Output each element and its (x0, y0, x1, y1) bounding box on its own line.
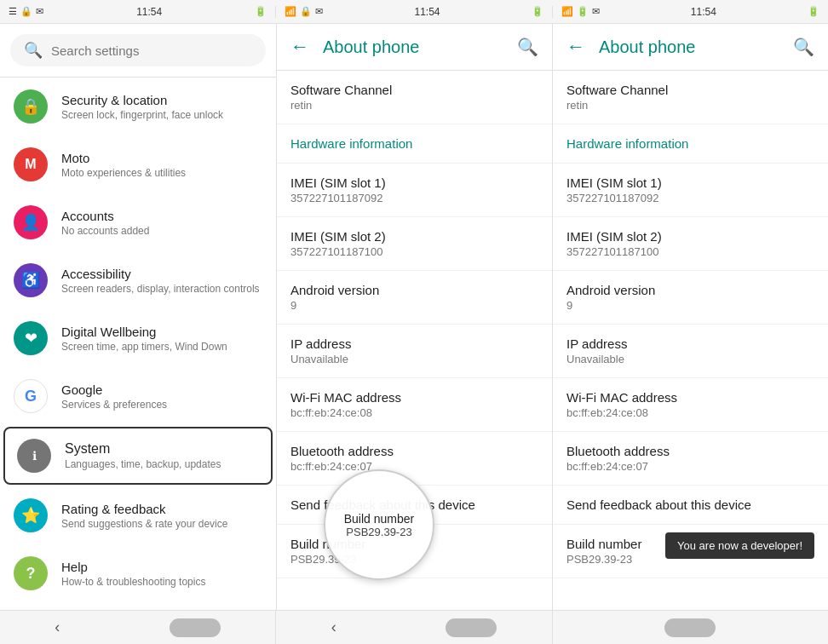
right-imei2[interactable]: IMEI (SIM slot 2) 357227101187100 (553, 217, 828, 271)
right-feedback[interactable]: Send feedback about this device (553, 486, 828, 525)
help-text: Help How-to & troubleshooting topics (61, 560, 262, 588)
signal-icon-right: 📶 (561, 6, 573, 17)
right-android-value: 9 (566, 299, 814, 312)
accounts-title: Accounts (61, 209, 262, 223)
search-icon: 🔍 (24, 41, 43, 60)
info-ip[interactable]: IP address Unavailable (277, 325, 552, 378)
info-wifi-mac[interactable]: Wi-Fi MAC address bc:ff:eb:24:ce:08 (277, 378, 552, 432)
right-bt[interactable]: Bluetooth address bc:ff:eb:24:ce:07 (553, 432, 828, 486)
imei1-value: 357227101187092 (290, 192, 538, 204)
settings-item-accessibility[interactable]: ♿ Accessibility Screen readers, display,… (0, 251, 276, 309)
security-subtitle: Screen lock, fingerprint, face unlock (61, 109, 262, 121)
android-label: Android version (290, 283, 538, 297)
right-panel-content: Software Channel retin Hardware informat… (553, 71, 828, 610)
info-bt[interactable]: Bluetooth address bc:ff:eb:24:ce:07 (277, 432, 552, 486)
rating-icon: ⭐ (14, 498, 48, 532)
build-number-circle[interactable]: Build number PSB29.39-23 (324, 469, 434, 580)
search-input-wrap[interactable]: 🔍 (10, 34, 266, 66)
middle-search-button[interactable]: 🔍 (517, 37, 538, 57)
imei2-label: IMEI (SIM slot 2) (290, 229, 538, 244)
lock-icon-mid: 🔒 (300, 6, 312, 17)
nav-home-left[interactable] (170, 618, 221, 637)
security-text: Security & location Screen lock, fingerp… (61, 93, 262, 121)
nav-home-middle[interactable] (446, 618, 497, 637)
right-imei1-value: 357227101187092 (566, 192, 814, 204)
nav-bar: ‹ ‹ (0, 610, 828, 644)
battery-status-icon: 🔋 (577, 6, 589, 17)
middle-panel-header: ← About phone 🔍 (277, 24, 552, 71)
accounts-subtitle: No accounts added (61, 225, 262, 237)
wellbeing-text: Digital Wellbeing Screen time, app timer… (61, 325, 262, 353)
right-imei1-label: IMEI (SIM slot 1) (566, 175, 814, 190)
nav-section-right (553, 611, 828, 644)
right-wifi-mac-value: bc:ff:eb:24:ce:08 (566, 406, 814, 419)
right-sw-channel-value: retin (566, 99, 814, 112)
right-ip[interactable]: IP address Unavailable (553, 325, 828, 378)
status-time-right: 11:54 (691, 6, 716, 18)
right-search-button[interactable]: 🔍 (793, 37, 814, 57)
ip-value: Unavailable (290, 353, 538, 365)
settings-item-accounts[interactable]: 👤 Accounts No accounts added (0, 193, 276, 251)
settings-item-wellbeing[interactable]: ❤ Digital Wellbeing Screen time, app tim… (0, 309, 276, 367)
status-bar-right: 📶 🔋 ✉ 11:54 🔋 (553, 6, 828, 18)
system-title: System (65, 441, 259, 457)
accessibility-text: Accessibility Screen readers, display, i… (61, 267, 262, 295)
right-panel: ← About phone 🔍 Software Channel retin H… (553, 24, 828, 610)
message-icon: ✉ (36, 6, 43, 17)
status-time-left: 11:54 (136, 6, 162, 18)
moto-icon: M (14, 147, 48, 181)
info-sw-channel[interactable]: Software Channel retin (277, 71, 552, 124)
right-wifi-mac[interactable]: Wi-Fi MAC address bc:ff:eb:24:ce:08 (553, 378, 828, 432)
left-panel: 🔍 🔒 Security & location Screen lock, fin… (0, 24, 277, 610)
signal-icon-mid: 📶 (285, 6, 296, 17)
settings-item-rating[interactable]: ⭐ Rating & feedback Send suggestions & r… (0, 486, 276, 544)
battery-icon-right: 🔋 (808, 6, 819, 17)
right-android[interactable]: Android version 9 (553, 271, 828, 325)
right-android-label: Android version (566, 283, 814, 297)
nav-section-middle: ‹ (276, 611, 552, 644)
right-imei1[interactable]: IMEI (SIM slot 1) 357227101187092 (553, 164, 828, 217)
nav-back-middle[interactable]: ‹ (331, 618, 336, 636)
settings-list: 🔒 Security & location Screen lock, finge… (0, 78, 276, 610)
imei2-value: 357227101187100 (290, 245, 538, 258)
accessibility-title: Accessibility (61, 267, 262, 281)
right-back-button[interactable]: ← (566, 36, 585, 58)
right-ip-value: Unavailable (566, 353, 814, 365)
wellbeing-subtitle: Screen time, app timers, Wind Down (61, 341, 262, 353)
status-icons-right: 📶 🔋 ✉ (561, 6, 600, 17)
right-hw-section: Hardware information (553, 124, 828, 164)
security-icon: 🔒 (14, 89, 48, 124)
info-imei1[interactable]: IMEI (SIM slot 1) 357227101187092 (277, 164, 552, 217)
sw-channel-label: Software Channel (290, 83, 538, 97)
settings-item-moto[interactable]: M Moto Moto experiences & utilities (0, 135, 276, 193)
google-text: Google Services & preferences (61, 382, 262, 411)
accessibility-icon: ♿ (14, 263, 48, 297)
settings-item-security[interactable]: 🔒 Security & location Screen lock, finge… (0, 78, 276, 135)
accessibility-subtitle: Screen readers, display, interaction con… (61, 283, 262, 295)
search-bar-container: 🔍 (0, 24, 276, 78)
settings-item-help[interactable]: ? Help How-to & troubleshooting topics (0, 544, 276, 602)
right-sw-channel-label: Software Channel (566, 83, 814, 97)
right-sw-channel[interactable]: Software Channel retin (553, 71, 828, 124)
middle-back-button[interactable]: ← (290, 36, 309, 58)
moto-text: Moto Moto experiences & utilities (61, 151, 262, 179)
accounts-text: Accounts No accounts added (61, 209, 262, 237)
wifi-mac-value: bc:ff:eb:24:ce:08 (290, 406, 538, 419)
settings-item-system[interactable]: ℹ System Languages, time, backup, update… (3, 427, 273, 485)
help-icon: ? (14, 556, 48, 590)
battery-icon-mid: 🔋 (532, 6, 543, 17)
wifi-mac-label: Wi-Fi MAC address (290, 390, 538, 405)
search-input[interactable] (51, 43, 252, 58)
info-android[interactable]: Android version 9 (277, 271, 552, 325)
settings-item-google[interactable]: G Google Services & preferences (0, 367, 276, 425)
nav-home-right[interactable] (664, 618, 716, 637)
info-imei2[interactable]: IMEI (SIM slot 2) 357227101187100 (277, 217, 552, 271)
nav-back-left[interactable]: ‹ (55, 618, 60, 636)
google-icon: G (14, 379, 48, 413)
rating-title: Rating & feedback (61, 502, 262, 516)
right-panel-title: About phone (599, 37, 779, 57)
message-icon-right: ✉ (592, 6, 600, 17)
developer-toast: You are now a developer! (665, 532, 814, 559)
wellbeing-icon: ❤ (14, 321, 48, 355)
right-panel-header: ← About phone 🔍 (553, 24, 828, 71)
